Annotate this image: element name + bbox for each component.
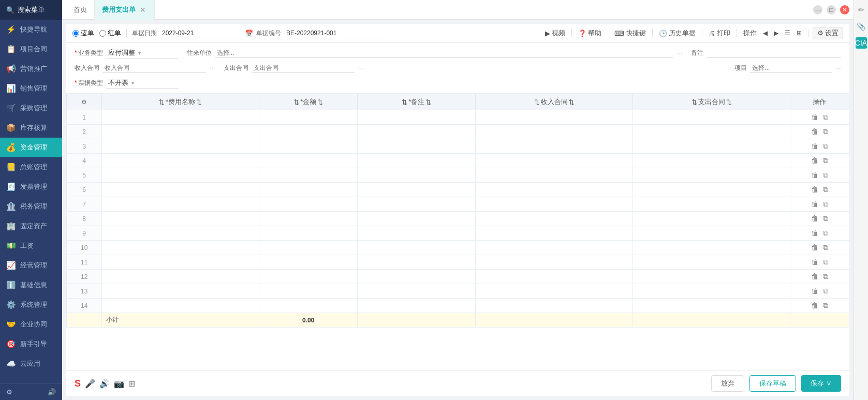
row-remark[interactable] (358, 183, 476, 197)
row-income-contract[interactable] (476, 212, 633, 226)
row-income-contract[interactable] (476, 110, 633, 125)
tab-expense[interactable]: 费用支出单 ✕ (95, 0, 155, 20)
row-income-contract[interactable] (476, 299, 633, 313)
calendar-icon[interactable]: 📅 (245, 29, 253, 37)
side-cia-btn[interactable]: CIA (856, 37, 867, 49)
row-delete-btn[interactable]: 🗑 (810, 257, 820, 267)
col-remark-sort-down[interactable]: ⇅ (425, 98, 431, 106)
sidebar-item-ledger-mgmt[interactable]: 📒总账管理 (0, 157, 62, 177)
row-expense-contract[interactable] (633, 197, 790, 212)
row-delete-btn[interactable]: 🗑 (810, 228, 820, 238)
save-btn[interactable]: 保存 ∨ (801, 375, 841, 392)
sidebar-item-salary[interactable]: 💵工资 (0, 236, 62, 256)
sidebar-item-quick-nav[interactable]: ⚡快捷导航 (0, 20, 62, 39)
row-income-contract[interactable] (476, 270, 633, 284)
row-amount[interactable] (259, 125, 358, 139)
row-copy-btn[interactable]: ⧉ (821, 199, 830, 210)
row-amount[interactable] (259, 284, 358, 299)
sidebar-item-tax-mgmt[interactable]: 🏦税务管理 (0, 197, 62, 216)
row-amount[interactable] (259, 299, 358, 313)
voice-icon[interactable]: 🎤 (85, 379, 95, 389)
row-expense-contract[interactable] (633, 284, 790, 299)
row-income-contract[interactable] (476, 183, 633, 197)
row-copy-btn[interactable]: ⧉ (821, 286, 830, 297)
col-sort-down[interactable]: ⇅ (196, 98, 202, 106)
row-remark[interactable] (358, 270, 476, 284)
expense-contract-input[interactable] (252, 63, 355, 73)
row-income-contract[interactable] (476, 139, 633, 154)
row-expense-contract[interactable] (633, 168, 790, 183)
row-copy-btn[interactable]: ⧉ (821, 112, 830, 123)
win-maximize-btn[interactable]: □ (827, 5, 836, 14)
sidebar-item-capital-mgmt[interactable]: 💰资金管理 (0, 138, 62, 157)
row-remark[interactable] (358, 241, 476, 255)
sidebar-item-project-contract[interactable]: 📋项目合同 (0, 39, 62, 59)
sidebar-item-procurement[interactable]: 🛒采购管理 (0, 98, 62, 118)
toolbar-video[interactable]: ▶ 视频 (543, 27, 567, 39)
col-amount-sort-down[interactable]: ⇅ (317, 98, 323, 106)
sidebar-item-cloud-apps[interactable]: ☁️云应用 (0, 354, 62, 374)
row-copy-btn[interactable]: ⧉ (821, 242, 830, 253)
row-copy-btn[interactable]: ⧉ (821, 184, 830, 195)
row-expense-name[interactable] (102, 139, 259, 154)
save-draft-btn[interactable]: 保存草稿 (749, 375, 796, 392)
row-expense-name[interactable] (102, 241, 259, 255)
discard-btn[interactable]: 放弃 (711, 375, 744, 392)
row-expense-contract[interactable] (633, 212, 790, 226)
row-expense-name[interactable] (102, 212, 259, 226)
row-amount[interactable] (259, 183, 358, 197)
col-income-sort-down[interactable]: ⇅ (569, 98, 575, 106)
sidebar-item-ops-mgmt[interactable]: 📈经营管理 (0, 256, 62, 275)
row-expense-name[interactable] (102, 125, 259, 139)
row-delete-btn[interactable]: 🗑 (810, 300, 820, 310)
sidebar-item-basic-info[interactable]: ℹ️基础信息 (0, 275, 62, 295)
row-copy-btn[interactable]: ⧉ (821, 257, 830, 268)
row-income-contract[interactable] (476, 197, 633, 212)
row-expense-name[interactable] (102, 255, 259, 270)
row-copy-btn[interactable]: ⧉ (821, 141, 830, 152)
row-expense-name[interactable] (102, 154, 259, 168)
toolbar-print[interactable]: 🖨 打印 (707, 27, 732, 39)
row-remark[interactable] (358, 255, 476, 270)
remark-input[interactable] (707, 48, 841, 58)
toolbar-operation[interactable]: 操作 (741, 27, 759, 39)
toolbar-nav-next[interactable]: ▶ (772, 28, 781, 38)
row-copy-btn[interactable]: ⧉ (821, 228, 830, 239)
row-amount[interactable] (259, 212, 358, 226)
row-amount[interactable] (259, 255, 358, 270)
row-amount[interactable] (259, 139, 358, 154)
project-dots[interactable]: ··· (835, 64, 841, 72)
income-contract-input[interactable] (102, 63, 206, 73)
sidebar-search[interactable]: 🔍 搜索菜单 (0, 0, 62, 20)
row-expense-contract[interactable] (633, 270, 790, 284)
row-delete-btn[interactable]: 🗑 (810, 199, 820, 209)
row-expense-name[interactable] (102, 197, 259, 212)
row-expense-contract[interactable] (633, 139, 790, 154)
settings-icon[interactable]: ⚙ (6, 388, 12, 396)
row-remark[interactable] (358, 110, 476, 125)
row-expense-name[interactable] (102, 284, 259, 299)
side-attach-btn[interactable]: 📎 (856, 21, 867, 32)
row-income-contract[interactable] (476, 255, 633, 270)
row-delete-btn[interactable]: 🗑 (810, 126, 820, 137)
row-expense-name[interactable] (102, 110, 259, 125)
row-income-contract[interactable] (476, 284, 633, 299)
col-expense-sort-up[interactable]: ⇅ (692, 98, 697, 106)
radio-blue[interactable]: 蓝单 (72, 28, 94, 38)
row-amount[interactable] (259, 197, 358, 212)
col-income-sort-up[interactable]: ⇅ (534, 98, 540, 106)
row-remark[interactable] (358, 212, 476, 226)
row-copy-btn[interactable]: ⧉ (821, 213, 830, 224)
row-copy-btn[interactable]: ⧉ (821, 271, 830, 282)
row-expense-contract[interactable] (633, 241, 790, 255)
sidebar-item-new-guide[interactable]: 🎯新手引导 (0, 334, 62, 354)
col-expense-sort-down[interactable]: ⇅ (726, 98, 732, 106)
row-expense-contract[interactable] (633, 125, 790, 139)
row-copy-btn[interactable]: ⧉ (821, 126, 830, 137)
row-delete-btn[interactable]: 🗑 (810, 141, 820, 151)
toolbar-grid-view[interactable]: ☰ (783, 28, 792, 38)
settings-btn[interactable]: ⚙ 设置 (813, 27, 843, 39)
toolbar-history[interactable]: 🕒 历史单据 (657, 27, 698, 39)
toolbar-help[interactable]: ❓ 帮助 (576, 27, 604, 39)
sidebar-item-sales-mgmt[interactable]: 📊销售管理 (0, 79, 62, 98)
